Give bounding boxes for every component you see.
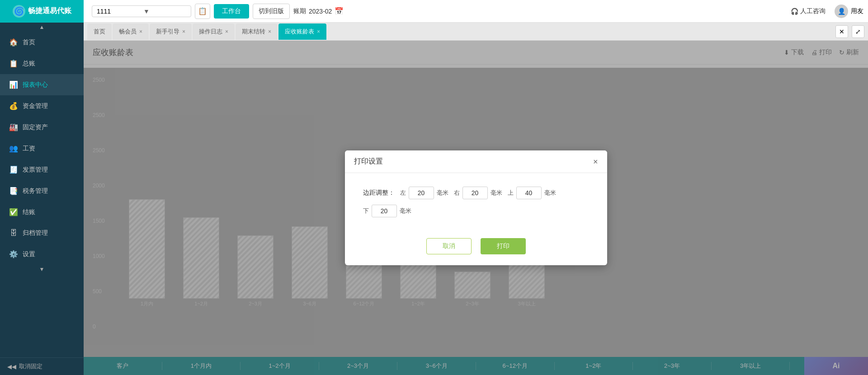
sidebar-item-reports[interactable]: 📊 报表中心: [0, 74, 84, 95]
sidebar-label-settings: 设置: [23, 250, 35, 258]
avatar: 👤: [835, 5, 848, 18]
tabs-right-controls: ✕ ⤢: [835, 25, 864, 38]
funds-icon: 💰: [9, 102, 18, 110]
tab-guide-close[interactable]: ×: [182, 28, 185, 35]
sidebar-label-assets: 固定资产: [23, 123, 48, 131]
logo-area: 🌀 畅捷通易代账: [0, 0, 84, 23]
dialog-footer: 取消 打印: [345, 231, 607, 265]
sidebar-item-archive[interactable]: 🗄 归档管理: [0, 223, 84, 244]
pin-icon: ◀◀: [7, 363, 16, 370]
dialog-body: 边距调整： 左 毫米 右 毫米 上: [345, 173, 607, 231]
scroll-up-button[interactable]: ▲: [0, 23, 84, 32]
sidebar-item-tax[interactable]: 📑 税务管理: [0, 180, 84, 202]
period-label: 账期: [293, 7, 306, 15]
archive-icon: 🗄: [9, 229, 18, 237]
workbench-button[interactable]: 工作台: [214, 4, 249, 19]
sidebar-label-settle: 结账: [23, 208, 35, 216]
confirm-print-button[interactable]: 打印: [481, 238, 526, 254]
sidebar-item-salary[interactable]: 👥 工资: [0, 138, 84, 159]
tab-home[interactable]: 首页: [87, 23, 112, 40]
headset-icon: 🎧: [791, 8, 798, 15]
cancel-button[interactable]: 取消: [426, 238, 472, 254]
service-label: 人工咨询: [800, 7, 826, 15]
tab-period-end-label: 期末结转: [242, 28, 265, 36]
sidebar-item-home[interactable]: 🏠 首页: [0, 32, 84, 53]
content-area: 首页 畅会员 × 新手引导 × 操作日志 × 期末结转 × 应收账龄表 ×: [84, 23, 868, 375]
settings-icon: ⚙️: [9, 250, 18, 258]
cancel-pin-button[interactable]: ◀◀ 取消固定: [0, 357, 84, 375]
logo-icon: 🌀: [13, 5, 25, 18]
margin-label: 边距调整：: [363, 189, 395, 197]
left-margin-input[interactable]: [409, 187, 434, 199]
logo-text: 畅捷通易代账: [28, 6, 71, 16]
dialog-header: 打印设置 ×: [345, 150, 607, 173]
service-button[interactable]: 🎧 人工咨询: [791, 7, 826, 15]
top-label: 上: [508, 189, 514, 197]
bottom-margin-group: 下 毫米: [363, 205, 411, 217]
tax-icon: 📑: [9, 187, 18, 195]
bottom-margin-input[interactable]: [372, 205, 397, 217]
left-margin-group: 左 毫米: [400, 187, 448, 199]
sidebar-item-assets[interactable]: 🏭 固定资产: [0, 117, 84, 138]
sidebar-label-home: 首页: [23, 38, 35, 47]
sidebar-label-tax: 税务管理: [23, 187, 48, 195]
tab-aging[interactable]: 应收账龄表 ×: [278, 23, 326, 40]
sidebar-label-archive: 归档管理: [23, 229, 48, 237]
top-margin-group: 上 毫米: [508, 187, 556, 199]
user-area[interactable]: 👤 用友: [835, 5, 863, 18]
bottom-label: 下: [363, 207, 369, 215]
sidebar-label-reports: 报表中心: [23, 81, 48, 89]
cancel-pin-label: 取消固定: [19, 362, 42, 370]
tab-aging-close[interactable]: ×: [317, 28, 320, 35]
switch-version-button[interactable]: 切到旧版: [253, 4, 290, 19]
tab-member[interactable]: 畅会员 ×: [113, 23, 149, 40]
company-selector[interactable]: 1111 ▼: [92, 5, 191, 17]
assets-icon: 🏭: [9, 123, 18, 131]
tab-member-close[interactable]: ×: [139, 28, 142, 35]
sidebar-label-funds: 资金管理: [23, 102, 48, 110]
sidebar-item-settings[interactable]: ⚙️ 设置: [0, 244, 84, 265]
scroll-down-button[interactable]: ▼: [0, 265, 84, 274]
tab-log-label: 操作日志: [199, 28, 222, 36]
expand-button[interactable]: ⤢: [852, 25, 864, 38]
company-name: 1111: [97, 8, 140, 15]
bottom-unit: 毫米: [400, 207, 411, 215]
tab-home-label: 首页: [94, 28, 105, 36]
print-settings-dialog: 打印设置 × 边距调整： 左 毫米 右 毫米: [345, 150, 607, 265]
period-value: 2023-02: [309, 8, 332, 15]
tab-guide[interactable]: 新手引导 ×: [150, 23, 192, 40]
close-all-tabs-button[interactable]: ✕: [835, 25, 848, 38]
copy-button[interactable]: 📋: [195, 4, 210, 19]
chevron-down-icon: ▼: [143, 8, 186, 15]
right-label: 右: [454, 189, 460, 197]
calendar-icon[interactable]: 📅: [335, 7, 344, 15]
sidebar-item-ledger[interactable]: 📋 总账: [0, 53, 84, 74]
dialog-close-button[interactable]: ×: [593, 158, 598, 166]
top-header: 🌀 畅捷通易代账 1111 ▼ 📋 工作台 切到旧版 账期 2023-02 📅 …: [0, 0, 868, 23]
dialog-title: 打印设置: [354, 157, 383, 166]
invoice-icon: 🧾: [9, 165, 18, 174]
tab-aging-label: 应收账龄表: [285, 28, 314, 36]
sidebar-item-settle[interactable]: ✅ 结账: [0, 202, 84, 223]
header-right: 🎧 人工咨询 👤 用友: [791, 5, 863, 18]
tab-log-close[interactable]: ×: [225, 28, 228, 35]
tab-log[interactable]: 操作日志 ×: [193, 23, 235, 40]
user-name: 用友: [851, 7, 863, 15]
salary-icon: 👥: [9, 144, 18, 153]
tab-period-end-close[interactable]: ×: [268, 28, 271, 35]
top-margin-input[interactable]: [516, 187, 542, 199]
settle-icon: ✅: [9, 208, 18, 216]
right-margin-input[interactable]: [462, 187, 488, 199]
left-unit: 毫米: [437, 189, 448, 197]
tab-guide-label: 新手引导: [156, 28, 179, 36]
ledger-icon: 📋: [9, 59, 18, 68]
sidebar-item-invoice[interactable]: 🧾 发票管理: [0, 159, 84, 180]
left-label: 左: [400, 189, 406, 197]
sidebar-label-ledger: 总账: [23, 60, 35, 68]
tab-period-end[interactable]: 期末结转 ×: [236, 23, 278, 40]
tab-member-label: 畅会员: [119, 28, 137, 36]
tabs-bar: 首页 畅会员 × 新手引导 × 操作日志 × 期末结转 × 应收账龄表 ×: [84, 23, 868, 41]
sidebar-item-funds[interactable]: 💰 资金管理: [0, 95, 84, 117]
period-area: 账期 2023-02 📅: [293, 7, 344, 15]
main-layout: ▲ 🏠 首页 📋 总账 📊 报表中心 💰 资金管理 🏭 固定资产 👥 工资 🧾 …: [0, 23, 868, 375]
